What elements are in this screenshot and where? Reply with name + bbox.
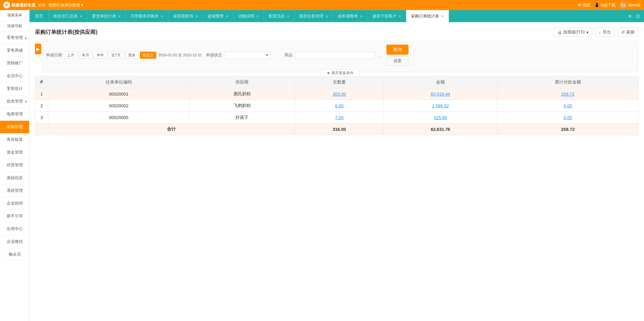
gear-icon bbox=[39, 79, 44, 84]
row1-paid[interactable]: 259.72 bbox=[497, 88, 638, 100]
logo-text: 畅捷通好生意 bbox=[11, 2, 36, 8]
tab-pick-task[interactable]: 拣货任务管理 ✕ bbox=[294, 10, 333, 22]
tab-close-pick-task[interactable]: ✕ bbox=[325, 14, 328, 18]
sidebar-item-app-center[interactable]: 应用中心 bbox=[0, 223, 29, 235]
footer-row: 合计 316.00 62,631.76 259.72 bbox=[35, 123, 639, 135]
sidebar-item-wholesale[interactable]: 批发管理 bbox=[0, 95, 29, 108]
tab-close-receive-summary[interactable]: ✕ bbox=[79, 14, 82, 18]
tab-purchase-summary[interactable]: 采购订单统计表 ✕ bbox=[406, 10, 449, 22]
table-row: 1 00020001 惠氏奶粉 303.00 60,519.44 259.72 bbox=[35, 88, 639, 100]
sidebar-item-newbie[interactable]: 新手引导 bbox=[0, 210, 29, 223]
tab-expiry-query[interactable]: 保质期查询 ✕ bbox=[168, 10, 203, 22]
sidebar-item-purchase[interactable]: 采购管理 bbox=[0, 121, 29, 133]
tab-close-function-desc[interactable]: ✕ bbox=[256, 14, 259, 18]
print-button[interactable]: 🖨 按模板打印 ▾ bbox=[554, 28, 592, 37]
sidebar-item-vip[interactable]: 畅会员 bbox=[0, 248, 29, 261]
tab-close-all[interactable]: ✕ bbox=[627, 13, 633, 19]
export-button[interactable]: ↓ 导出 bbox=[595, 28, 615, 37]
row3-amount[interactable]: 525.80 bbox=[384, 112, 497, 123]
sidebar-item-retail-mgmt[interactable]: 零售管理 bbox=[0, 32, 29, 44]
query-button[interactable]: 查询 bbox=[386, 45, 409, 55]
sidebar-item-retail-stats[interactable]: 零售统计 bbox=[0, 83, 29, 95]
sidebar-item-system[interactable]: 系统管理 bbox=[0, 184, 29, 197]
row3-qty[interactable]: 7.00 bbox=[295, 112, 384, 123]
tab-close-invite-downstream[interactable]: ✕ bbox=[398, 14, 401, 18]
tab-close-cost-adjust[interactable]: ✕ bbox=[360, 14, 363, 18]
sidebar-item-finance[interactable]: 资金管理 bbox=[0, 146, 29, 159]
logo: 好 畅捷通好生意 bbox=[3, 2, 36, 8]
tab-close-purchase-summary[interactable]: ✕ bbox=[441, 14, 444, 18]
th-code: 往来单位编码 bbox=[48, 76, 190, 88]
date-label: 单据日期 bbox=[46, 52, 62, 58]
settings-button[interactable]: 设置 bbox=[386, 56, 409, 66]
row1-amount[interactable]: 60,519.44 bbox=[384, 88, 497, 100]
sidebar-item-operations[interactable]: 经营管理 bbox=[0, 159, 29, 172]
tab-goods-summary[interactable]: 要货单统计表 ✕ bbox=[87, 10, 126, 22]
footer-amount: 62,631.76 bbox=[384, 123, 497, 135]
tab-receive-summary[interactable]: 收发存汇总表 ✕ bbox=[49, 10, 87, 22]
sidebar-item-marketing[interactable]: 营销推广 bbox=[0, 57, 29, 70]
page-actions: 🖨 按模板打印 ▾ ↓ 导出 ↺ 刷新 bbox=[554, 28, 639, 37]
message-btn[interactable]: ✉ 消息 bbox=[578, 2, 590, 8]
footer-qty: 316.00 bbox=[295, 123, 384, 135]
date-7days[interactable]: 近7天 bbox=[108, 52, 124, 59]
date-more[interactable]: 更多 bbox=[125, 52, 139, 59]
tab-maximize[interactable]: ⊡ bbox=[635, 13, 641, 19]
sidebar-item-member[interactable]: 会员中心 bbox=[0, 70, 29, 83]
row2-qty[interactable]: 6.00 bbox=[295, 100, 384, 112]
tab-close-config-info[interactable]: ✕ bbox=[287, 14, 289, 18]
tab-function-desc[interactable]: 功能说明 ✕ bbox=[233, 10, 264, 22]
filter-row: 单据日期 上月 本月 本年 近7天 更多 自定义 2016-01-01 至 20… bbox=[46, 45, 634, 66]
tab-home[interactable]: 首页 bbox=[30, 10, 49, 22]
refresh-button[interactable]: ↺ 刷新 bbox=[618, 28, 639, 37]
goods-input[interactable] bbox=[294, 52, 375, 59]
sidebar: 搜索英单 快捷导航 零售管理 零售商城 营销推广 会员中心 零售统计 批发管理 … bbox=[0, 10, 30, 321]
row1-qty[interactable]: 303.00 bbox=[295, 88, 384, 100]
row3-paid[interactable]: 0.00 bbox=[497, 112, 638, 123]
tab-invite-downstream[interactable]: 邀请下游客户 ✕ bbox=[368, 10, 406, 22]
th-supplier: 供应商 bbox=[189, 76, 295, 88]
tab-close-goods-summary[interactable]: ✕ bbox=[118, 14, 121, 18]
sidebar-item-ecommerce[interactable]: 电商管理 bbox=[0, 108, 29, 121]
user-avatar[interactable]: Ea demo2 bbox=[620, 1, 641, 9]
tab-close-available-stock[interactable]: ✕ bbox=[161, 14, 163, 18]
app-download-btn[interactable]: 📱 App下载 bbox=[594, 2, 615, 8]
table-footer: 合计 316.00 62,631.76 259.72 bbox=[35, 123, 639, 135]
status-filter-group: 单据状态 bbox=[206, 52, 274, 59]
sidebar-item-inventory[interactable]: 库存核算 bbox=[0, 133, 29, 146]
tab-close-expiry-query[interactable]: ✕ bbox=[195, 14, 198, 18]
status-select[interactable] bbox=[224, 52, 271, 59]
filter-expand-btn[interactable]: ▶ bbox=[35, 44, 41, 54]
th-settings[interactable] bbox=[35, 76, 48, 88]
date-last-month[interactable]: 上月 bbox=[64, 52, 77, 59]
sidebar-item-wechat[interactable]: 企业微信 bbox=[0, 235, 29, 248]
sidebar-item-search[interactable]: 搜索英单 bbox=[0, 10, 29, 21]
date-quick-btns: 上月 本月 本年 近7天 更多 自定义 bbox=[64, 52, 156, 59]
sidebar-item-basic-info[interactable]: 基础信息 bbox=[0, 172, 29, 184]
table-row: 3 00020005 好孩子 7.00 525.80 0.00 bbox=[35, 112, 639, 123]
row3-code: 00020005 bbox=[48, 112, 190, 123]
logo-icon: 好 bbox=[3, 2, 10, 8]
tab-overstock-warning[interactable]: 超储预警 ✕ bbox=[203, 10, 233, 22]
phone-icon: 📱 bbox=[594, 3, 599, 7]
topbar: 好 畅捷通好生意 标版 母婴行业演示账套 ▾ ✉ 消息 📱 App下载 Ea d… bbox=[0, 0, 644, 10]
row2-amount[interactable]: 1,586.52 bbox=[384, 100, 497, 112]
th-paid: 累计付款金额 bbox=[497, 76, 638, 88]
sidebar-item-quicknav[interactable]: 快捷导航 bbox=[0, 21, 29, 32]
sidebar-item-enterprise[interactable]: 企业协同 bbox=[0, 197, 29, 210]
filter-container: ▶ 单据日期 上月 本月 本年 近7天 更多 bbox=[35, 41, 639, 72]
tab-available-stock[interactable]: 可用量库存账本 ✕ bbox=[126, 10, 168, 22]
footer-empty bbox=[35, 123, 48, 135]
print-icon: 🖨 bbox=[557, 30, 562, 35]
tab-close-overstock-warning[interactable]: ✕ bbox=[226, 14, 228, 18]
row2-paid[interactable]: 0.00 bbox=[497, 100, 638, 112]
date-this-year[interactable]: 本年 bbox=[94, 52, 107, 59]
account-dropdown[interactable]: 母婴行业演示账套 ▾ bbox=[48, 2, 83, 8]
tab-config-info[interactable]: 配置信息 ✕ bbox=[264, 10, 294, 22]
sidebar-item-retail-shop[interactable]: 零售商城 bbox=[0, 44, 29, 57]
date-custom-btn[interactable]: 自定义 bbox=[140, 52, 156, 59]
tab-cost-adjust[interactable]: 成本调整单 ✕ bbox=[333, 10, 368, 22]
date-this-month[interactable]: 本月 bbox=[79, 52, 92, 59]
goods-input-more[interactable]: … bbox=[378, 53, 382, 58]
expand-more-btn[interactable]: ▼ 展开更多条件 bbox=[321, 69, 360, 76]
